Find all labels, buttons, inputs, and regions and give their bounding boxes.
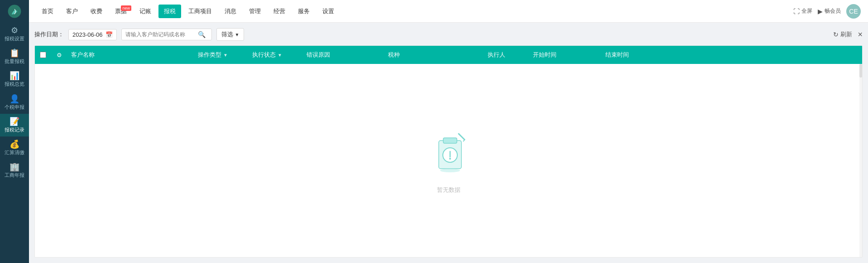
table-header-settings[interactable]: ⚙ — [51, 52, 67, 58]
topnav-right: ⛶ 全屏 ▶ 畅会员 CE — [793, 4, 861, 19]
sidebar-item-piliang-baoshui[interactable]: 📋 批量报税 — [0, 45, 29, 68]
annual-report-icon: 🏢 — [10, 163, 19, 171]
table-header-executor: 执行人 — [484, 51, 529, 59]
play-icon: ▶ — [818, 8, 823, 15]
toolbar-right: ↻ 刷新 × — [833, 30, 863, 39]
table-header-exec-status[interactable]: 执行状态 ▼ — [249, 51, 303, 59]
member-label: 畅会员 — [825, 7, 841, 15]
table-header-error-reason: 错误原因 — [303, 51, 384, 59]
table-header-tax-type: 税种 — [384, 51, 484, 59]
fullscreen-button[interactable]: ⛶ 全屏 — [793, 7, 812, 15]
sidebar-item-label: 工商年报 — [5, 172, 24, 178]
nav-item-invoices[interactable]: 票据 new — [110, 5, 132, 18]
svg-line-2 — [463, 140, 465, 141]
main-area: 首页 客户 收费 票据 new 记账 报税 工商项目 消息 管理 经营 服务 设… — [29, 0, 868, 263]
refresh-icon: ↻ — [833, 31, 839, 38]
settlement-icon: 💰 — [10, 140, 19, 148]
content-area: 操作日期： 2023-06-06 📅 🔍 筛选 ▼ ↻ 刷新 × — [29, 23, 868, 263]
svg-rect-4 — [443, 138, 457, 143]
refresh-label: 刷新 — [840, 30, 852, 39]
search-box[interactable]: 🔍 — [121, 29, 212, 40]
settings-icon: ⚙ — [11, 26, 18, 34]
table-header-operation-type[interactable]: 操作类型 ▼ — [194, 51, 249, 59]
sidebar-logo — [0, 0, 29, 23]
new-badge: new — [121, 5, 131, 11]
table-header-customer-name: 客户名称 — [67, 51, 194, 59]
sidebar-item-label: 报税总览 — [5, 81, 24, 87]
nav-item-industrial[interactable]: 工商项目 — [183, 5, 217, 18]
avatar[interactable]: CE — [846, 4, 861, 19]
sidebar-item-label: 批量报税 — [5, 58, 24, 64]
nav-item-home[interactable]: 首页 — [36, 5, 59, 18]
nav-item-messages[interactable]: 消息 — [219, 5, 242, 18]
sidebar-item-label: 个税申报 — [5, 104, 24, 110]
sort-icon: ▼ — [278, 53, 282, 58]
personal-tax-icon: 👤 — [10, 95, 19, 103]
nav-item-billing[interactable]: 收费 — [85, 5, 108, 18]
nav-item-accounts[interactable]: 记账 — [134, 5, 157, 18]
member-button[interactable]: ▶ 畅会员 — [818, 7, 841, 15]
svg-point-8 — [440, 169, 460, 172]
sidebar-item-label: 报税记录 — [5, 127, 24, 133]
refresh-button[interactable]: ↻ 刷新 — [833, 30, 852, 39]
date-label: 操作日期： — [34, 30, 64, 39]
table-header-start-time: 开始时间 — [529, 51, 602, 59]
svg-point-7 — [449, 158, 451, 160]
scrollbar-thumb[interactable] — [859, 64, 862, 78]
sidebar-item-huisuan-jiaona[interactable]: 💰 汇算清缴 — [0, 136, 29, 159]
table-header: ⚙ 客户名称 操作类型 ▼ 执行状态 ▼ 错误原因 税种 — [35, 46, 862, 64]
scrollbar-track[interactable] — [859, 64, 862, 257]
top-navigation: 首页 客户 收费 票据 new 记账 报税 工商项目 消息 管理 经营 服务 设… — [29, 0, 868, 23]
filter-button[interactable]: 筛选 ▼ — [216, 28, 245, 41]
nav-item-management[interactable]: 管理 — [244, 5, 266, 18]
sort-icon: ▼ — [223, 53, 228, 58]
overview-icon: 📊 — [10, 72, 19, 80]
toolbar: 操作日期： 2023-06-06 📅 🔍 筛选 ▼ ↻ 刷新 × — [34, 28, 863, 41]
close-icon: × — [858, 30, 863, 39]
date-picker[interactable]: 2023-06-06 📅 — [68, 29, 117, 40]
svg-line-1 — [459, 134, 465, 140]
sidebar-item-baoshui-shezhi[interactable]: ⚙ 报税设置 — [0, 23, 29, 45]
empty-text: 暂无数据 — [437, 186, 460, 194]
date-value: 2023-06-06 — [72, 31, 103, 38]
nav-item-customers[interactable]: 客户 — [61, 5, 83, 18]
avatar-text: CE — [849, 8, 858, 15]
select-all-checkbox[interactable] — [40, 52, 46, 58]
sidebar-item-geshui-shenbao[interactable]: 👤 个税申报 — [0, 91, 29, 114]
search-input[interactable] — [125, 31, 198, 38]
nav-item-tax[interactable]: 报税 — [158, 5, 181, 18]
sidebar: ⚙ 报税设置 📋 批量报税 📊 报税总览 👤 个税申报 📝 报税记录 💰 汇算清… — [0, 0, 29, 263]
fullscreen-icon: ⛶ — [793, 8, 800, 15]
chevron-down-icon: ▼ — [235, 32, 240, 37]
sidebar-item-label: 报税设置 — [5, 36, 24, 42]
empty-illustration — [426, 127, 471, 181]
sidebar-item-baoshui-jilu[interactable]: 📝 报税记录 — [0, 114, 29, 136]
fullscreen-label: 全屏 — [801, 7, 812, 15]
sidebar-item-label: 汇算清缴 — [5, 150, 24, 156]
settings-col-icon: ⚙ — [57, 52, 62, 58]
table-header-checkbox[interactable] — [35, 52, 51, 58]
sidebar-item-baoshui-zonlan[interactable]: 📊 报税总览 — [0, 68, 29, 91]
nav-item-services[interactable]: 服务 — [293, 5, 315, 18]
table-body: 暂无数据 — [35, 64, 862, 257]
calendar-icon: 📅 — [106, 31, 113, 38]
batch-tax-icon: 📋 — [10, 49, 19, 57]
sidebar-item-gongshang-nianbao[interactable]: 🏢 工商年报 — [0, 159, 29, 182]
close-button[interactable]: × — [858, 30, 863, 39]
nav-item-operations[interactable]: 经营 — [268, 5, 291, 18]
record-icon: 📝 — [10, 117, 19, 126]
data-table: ⚙ 客户名称 操作类型 ▼ 执行状态 ▼ 错误原因 税种 — [34, 45, 863, 258]
nav-item-settings[interactable]: 设置 — [317, 5, 340, 18]
table-header-end-time: 结束时间 — [602, 51, 665, 59]
filter-label: 筛选 — [221, 30, 233, 39]
search-icon: 🔍 — [198, 31, 206, 38]
